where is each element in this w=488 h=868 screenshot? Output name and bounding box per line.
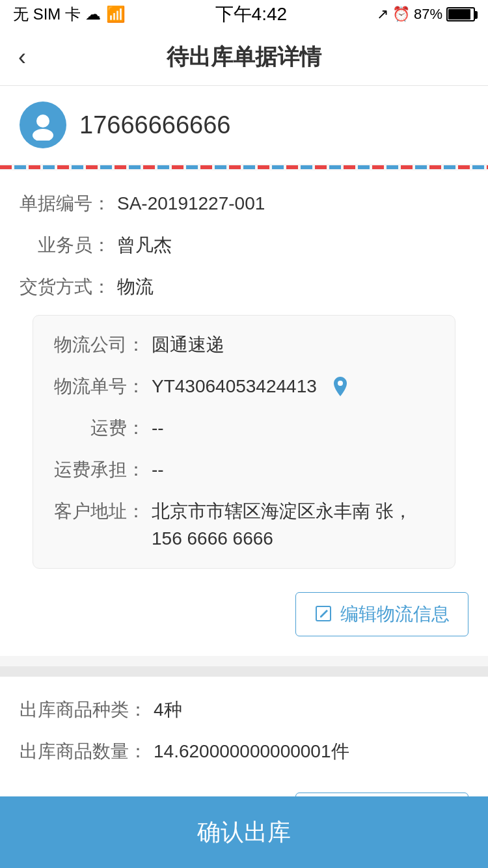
address-value: 北京市市辖区海淀区永丰南 张，156 6666 6666 [152, 498, 439, 552]
sim-label: 无 SIM 卡 ☁ [13, 4, 101, 25]
user-header: 17666666666 [0, 86, 488, 164]
salesman-value: 曾凡杰 [117, 232, 468, 259]
status-time: 下午4:42 [215, 2, 288, 27]
freight-bearer-value: -- [152, 456, 439, 483]
user-phone: 17666666666 [79, 111, 230, 139]
goods-quantity-row: 出库商品数量： 14.620000000000001件 [20, 738, 468, 765]
address-text: 北京市市辖区海淀区永丰南 张，156 6666 6666 [152, 498, 439, 552]
logistics-tracking-value: YT43064053424413 [152, 373, 439, 400]
salesman-label: 业务员： [20, 232, 111, 259]
delivery-label: 交货方式： [20, 273, 111, 301]
address-label: 客户地址： [49, 498, 145, 525]
logistics-company-label: 物流公司： [49, 331, 145, 359]
edit-btn-container: 编辑物流信息 [20, 579, 468, 636]
goods-quantity-label: 出库商品数量： [20, 738, 147, 765]
edit-icon [314, 604, 334, 624]
goods-types-value: 4种 [154, 696, 468, 724]
svg-point-0 [36, 115, 49, 128]
freight-bearer-row: 运费承担： -- [49, 456, 439, 483]
goods-types-label: 出库商品种类： [20, 696, 147, 724]
svg-point-1 [33, 129, 53, 141]
order-number-value: SA-20191227-001 [117, 190, 468, 217]
confirm-btn-label: 确认出库 [197, 817, 291, 848]
salesman-row: 业务员： 曾凡杰 [20, 232, 468, 259]
order-number-row: 单据编号： SA-20191227-001 [20, 190, 468, 217]
status-left: 无 SIM 卡 ☁ 📶 [13, 4, 126, 25]
address-row: 客户地址： 北京市市辖区海淀区永丰南 张，156 6666 6666 [49, 498, 439, 552]
back-button[interactable]: ‹ [18, 44, 26, 71]
freight-row: 运费： -- [49, 414, 439, 442]
delivery-row: 交货方式： 物流 [20, 273, 468, 301]
order-info-section: 单据编号： SA-20191227-001 业务员： 曾凡杰 交货方式： 物流 … [0, 170, 488, 656]
edit-logistics-button[interactable]: 编辑物流信息 [295, 592, 468, 636]
goods-types-row: 出库商品种类： 4种 [20, 696, 468, 724]
edit-btn-label: 编辑物流信息 [340, 602, 450, 627]
wifi-icon: 📶 [106, 5, 126, 23]
order-number-label: 单据编号： [20, 190, 111, 217]
freight-label: 运费： [49, 414, 145, 442]
logistics-company-value: 圆通速递 [152, 331, 439, 359]
status-bar: 无 SIM 卡 ☁ 📶 下午4:42 ↗ ⏰ 87% [0, 0, 488, 29]
avatar [20, 102, 66, 148]
logistics-tracking-row: 物流单号： YT43064053424413 [49, 373, 439, 400]
location-service-icon: ↗ [377, 6, 388, 23]
goods-quantity-value: 14.620000000000001件 [154, 738, 468, 765]
tracking-number: YT43064053424413 [152, 373, 317, 400]
logistics-card: 物流公司： 圆通速递 物流单号： YT43064053424413 运费： --… [33, 315, 455, 569]
freight-bearer-label: 运费承担： [49, 456, 145, 483]
svg-point-2 [338, 381, 343, 386]
battery-label: 87% [414, 6, 442, 23]
status-right: ↗ ⏰ 87% [377, 6, 475, 23]
logistics-company-row: 物流公司： 圆通速递 [49, 331, 439, 359]
alarm-icon: ⏰ [392, 6, 410, 23]
nav-bar: ‹ 待出库单据详情 [0, 29, 488, 86]
logistics-tracking-label: 物流单号： [49, 373, 145, 400]
page-title: 待出库单据详情 [167, 42, 321, 72]
delivery-value: 物流 [117, 273, 468, 301]
battery-icon [446, 7, 475, 21]
dashed-divider [0, 165, 488, 169]
freight-value: -- [152, 414, 439, 442]
map-pin-icon[interactable] [327, 373, 353, 400]
confirm-outbound-button[interactable]: 确认出库 [0, 796, 488, 868]
section-separator [0, 666, 488, 677]
